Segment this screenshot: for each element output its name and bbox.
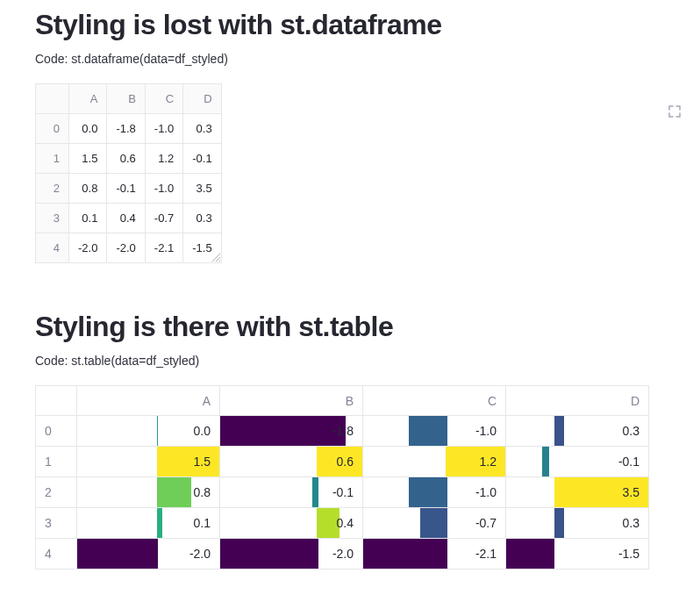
row-index: 4 — [36, 539, 77, 569]
bar-cell: 1.5 — [77, 447, 220, 477]
col-header: C — [363, 386, 506, 416]
col-header: B — [220, 386, 363, 416]
col-header: A — [69, 84, 107, 114]
table-row: 30.10.4-0.70.3 — [36, 204, 222, 233]
row-index: 0 — [36, 114, 69, 144]
table-row: 00.0-1.8-1.00.3 — [36, 114, 222, 144]
table-row: 11.50.61.2-0.1 — [36, 144, 222, 174]
cell: 1.5 — [69, 144, 107, 174]
heading-dataframe: Styling is lost with st.dataframe — [35, 9, 651, 41]
bar-cell: -2.0 — [77, 539, 220, 569]
cell-value: -1.8 — [332, 424, 354, 438]
table-row: 11.50.61.2-0.1 — [36, 447, 649, 477]
bar-cell: 0.3 — [506, 416, 649, 447]
cell-value: 0.3 — [623, 516, 640, 530]
cell: 1.2 — [145, 144, 182, 174]
cell-value: -1.5 — [618, 547, 640, 561]
cell: -0.1 — [107, 174, 145, 204]
row-index: 1 — [36, 447, 77, 477]
dataframe-table: A B C D 00.0-1.8-1.00.311.50.61.2-0.120.… — [35, 83, 222, 263]
table-row: 4-2.0-2.0-2.1-1.5 — [36, 539, 649, 569]
row-index: 1 — [36, 144, 69, 174]
cell-value: -1.0 — [475, 485, 497, 499]
cell-value: -0.1 — [332, 485, 354, 499]
table-row: 4-2.0-2.0-2.1-1.5 — [36, 233, 222, 263]
cell: -1.0 — [145, 114, 182, 144]
row-index: 3 — [36, 508, 77, 539]
cell: -1.8 — [107, 114, 145, 144]
cell: -2.1 — [145, 233, 182, 263]
bar-cell: -0.1 — [506, 447, 649, 477]
cell: 0.3 — [183, 114, 221, 144]
cell: -2.0 — [107, 233, 145, 263]
cell-value: 0.4 — [337, 516, 354, 530]
bar-cell: -1.0 — [363, 416, 506, 447]
bar-cell: -1.8 — [220, 416, 363, 447]
bar-cell: 0.3 — [506, 508, 649, 539]
col-header: A — [77, 386, 220, 416]
cell-value: -1.0 — [475, 424, 497, 438]
cell: -2.0 — [69, 233, 107, 263]
table-row: 20.8-0.1-1.03.5 — [36, 174, 222, 204]
bar-cell: -2.0 — [220, 539, 363, 569]
corner-cell — [36, 386, 77, 416]
cell-value: -0.7 — [475, 516, 497, 530]
row-index: 2 — [36, 174, 69, 204]
styled-table: A B C D 00.0-1.8-1.00.311.50.61.2-0.120.… — [35, 385, 649, 569]
bar-cell: 0.8 — [77, 477, 220, 508]
row-index: 4 — [36, 233, 69, 263]
cell-value: 1.2 — [480, 455, 497, 469]
col-header: D — [506, 386, 649, 416]
svg-line-2 — [219, 261, 220, 261]
bar-cell: 3.5 — [506, 477, 649, 508]
cell-value: -0.1 — [618, 455, 640, 469]
bar-cell: -0.1 — [220, 477, 363, 508]
section-dataframe: Styling is lost with st.dataframe Code: … — [35, 9, 651, 267]
bar-cell: 1.2 — [363, 447, 506, 477]
cell-value: -2.0 — [189, 547, 211, 561]
fullscreen-icon[interactable] — [668, 105, 681, 121]
svg-line-0 — [212, 254, 220, 261]
cell-value: 3.5 — [623, 485, 640, 499]
cell-value: 0.0 — [194, 424, 211, 438]
cell: 0.1 — [69, 204, 107, 233]
cell-value: 0.8 — [194, 485, 211, 499]
cell: -0.1 — [183, 144, 221, 174]
cell-value: 1.5 — [194, 455, 211, 469]
table-row: 20.8-0.1-1.03.5 — [36, 477, 649, 508]
row-index: 2 — [36, 477, 77, 508]
bar-cell: -1.5 — [506, 539, 649, 569]
cell-value: 0.3 — [623, 424, 640, 438]
resize-handle-icon[interactable] — [211, 252, 221, 262]
cell: 0.8 — [69, 174, 107, 204]
cell-value: -2.0 — [332, 547, 354, 561]
cell: 0.3 — [183, 204, 221, 233]
table-row: 30.10.4-0.70.3 — [36, 508, 649, 539]
row-index: 0 — [36, 416, 77, 447]
bar-cell: -0.7 — [363, 508, 506, 539]
bar-cell: 0.0 — [77, 416, 220, 447]
cell-value: -2.1 — [475, 547, 497, 561]
table-row: 00.0-1.8-1.00.3 — [36, 416, 649, 447]
section-table: Styling is there with st.table Code: st.… — [35, 311, 651, 569]
cell: -0.7 — [145, 204, 182, 233]
code-table: Code: st.table(data=df_styled) — [35, 354, 651, 368]
code-dataframe: Code: st.dataframe(data=df_styled) — [35, 52, 651, 66]
bar-cell: 0.6 — [220, 447, 363, 477]
dataframe-widget[interactable]: A B C D 00.0-1.8-1.00.311.50.61.2-0.120.… — [35, 83, 222, 263]
cell-value: 0.1 — [194, 516, 211, 530]
col-header: B — [107, 84, 145, 114]
corner-cell — [36, 84, 69, 114]
row-index: 3 — [36, 204, 69, 233]
cell: 0.4 — [107, 204, 145, 233]
col-header: D — [183, 84, 221, 114]
bar-cell: -1.0 — [363, 477, 506, 508]
cell: 0.6 — [107, 144, 145, 174]
cell: -1.0 — [145, 174, 182, 204]
col-header: C — [145, 84, 182, 114]
table-header-row: A B C D — [36, 386, 649, 416]
table-header-row: A B C D — [36, 84, 222, 114]
bar-cell: 0.4 — [220, 508, 363, 539]
bar-cell: 0.1 — [77, 508, 220, 539]
bar-cell: -2.1 — [363, 539, 506, 569]
